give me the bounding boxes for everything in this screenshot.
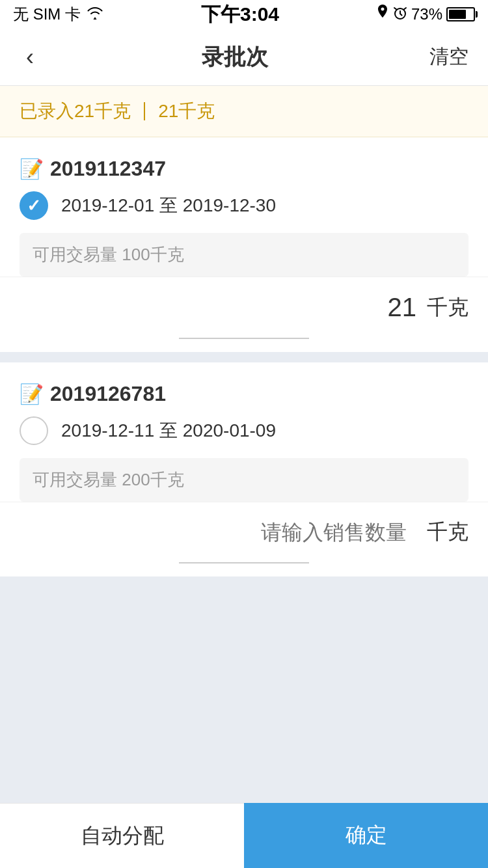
batch-card-2: 📝 2019126781 2019-12-11 至 2020-01-09 可用交… (0, 362, 488, 502)
batch-1-amount-value: 21 (388, 293, 417, 322)
batch-2-available: 可用交易量 200千克 (20, 458, 468, 502)
batch-2-available-text: 可用交易量 200千克 (33, 470, 184, 489)
bottom-area (0, 576, 488, 837)
battery-icon (446, 7, 475, 21)
batch-1-date-row: 2019-12-01 至 2019-12-30 (20, 191, 468, 220)
clear-button[interactable]: 清空 (429, 44, 468, 70)
alarm-icon (393, 5, 407, 24)
summary-amount: 21千克 (158, 99, 215, 124)
recorded-label: 已录入21千克 (20, 99, 131, 124)
summary-divider (144, 102, 145, 120)
summary-bar: 已录入21千克 21千克 (0, 86, 488, 137)
batch-2-input-row: 千克 (0, 502, 488, 562)
quantity-input[interactable] (221, 521, 416, 545)
status-bar: 无 SIM 卡 下午3:04 73% (0, 0, 488, 29)
batch-1-id: 2019112347 (50, 157, 166, 181)
nav-bar: ‹ 录批次 清空 (0, 29, 488, 86)
confirm-button[interactable]: 确定 (244, 803, 488, 868)
batch-2-header: 📝 2019126781 (20, 382, 468, 406)
batch-2-id: 2019126781 (50, 382, 166, 406)
section-divider (0, 352, 488, 362)
status-time: 下午3:04 (201, 1, 279, 28)
batch-2-date: 2019-12-11 至 2020-01-09 (61, 418, 276, 443)
status-left: 无 SIM 卡 (13, 4, 104, 25)
batch-1-amount-unit: 千克 (427, 293, 468, 322)
batch-2-radio[interactable] (20, 416, 48, 445)
wifi-icon (86, 5, 104, 23)
status-right: 73% (376, 5, 475, 24)
page-title: 录批次 (202, 42, 268, 72)
batch-2-date-row: 2019-12-11 至 2020-01-09 (20, 416, 468, 445)
location-icon (376, 5, 389, 24)
bottom-buttons: 自动分配 确定 (0, 803, 488, 868)
batch-1-available-text: 可用交易量 100千克 (33, 245, 184, 264)
batch-1-icon: 📝 (20, 157, 44, 180)
batch-card-1: 📝 2019112347 2019-12-01 至 2019-12-30 可用交… (0, 137, 488, 277)
batch-1-radio[interactable] (20, 191, 48, 220)
battery-percentage: 73% (411, 5, 442, 23)
back-button[interactable]: ‹ (20, 37, 40, 77)
batch-1-header: 📝 2019112347 (20, 157, 468, 181)
batch-1-date: 2019-12-01 至 2019-12-30 (61, 193, 276, 218)
no-sim-text: 无 SIM 卡 (13, 4, 81, 25)
batch-1-amount-row: 21 千克 (0, 277, 488, 338)
batch-1-separator (179, 338, 309, 339)
batch-2-icon: 📝 (20, 383, 44, 405)
batch-2-separator (179, 562, 309, 563)
batch-2-unit: 千克 (427, 518, 468, 547)
auto-distribute-button[interactable]: 自动分配 (0, 803, 244, 868)
batch-1-available: 可用交易量 100千克 (20, 233, 468, 277)
